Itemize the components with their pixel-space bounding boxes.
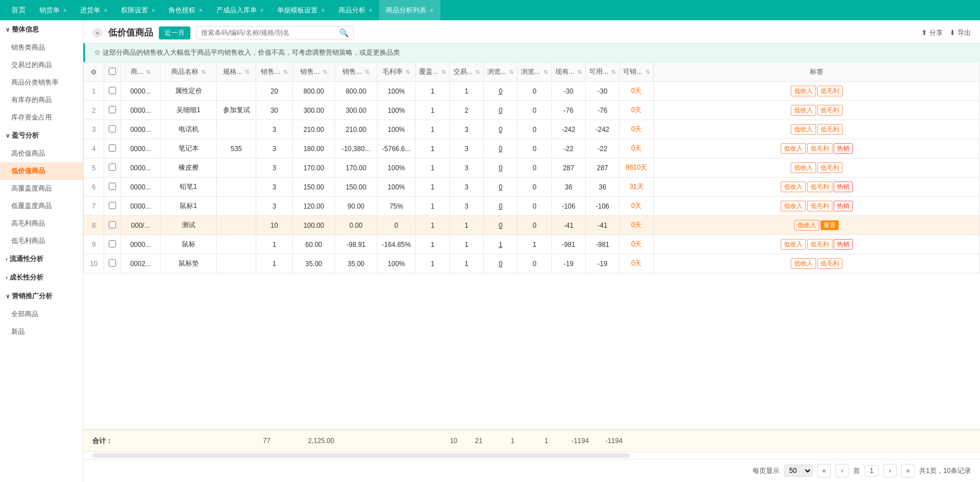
close-permissions[interactable]: × <box>152 7 155 14</box>
nav-template-settings[interactable]: 单据模板设置 × <box>270 0 331 20</box>
view1-link[interactable]: 0 <box>498 164 502 172</box>
row-checkbox[interactable] <box>109 163 116 171</box>
nav-purchase-order[interactable]: 进货单 × <box>73 0 114 20</box>
row-checkbox[interactable] <box>109 87 116 94</box>
close-template-settings[interactable]: × <box>321 7 324 14</box>
sidebar-item-category-sales[interactable]: 商品分类销售率 <box>0 74 83 91</box>
col-sale-amount-header[interactable]: 销售... ⇅ <box>335 63 377 82</box>
row-view1[interactable]: 0 <box>484 101 518 120</box>
col-sale-qty-header[interactable]: 销售... ⇅ <box>256 63 293 82</box>
col-code-header[interactable]: 商... ⇅ <box>121 63 161 82</box>
sidebar-group-marketing[interactable]: ∨ 营销推广分析 <box>0 287 83 306</box>
row-view1[interactable]: 1 <box>484 235 518 254</box>
row-view1[interactable]: 0 <box>484 254 518 273</box>
row-checkbox[interactable] <box>109 259 116 267</box>
sidebar-item-traded-goods[interactable]: 交易过的商品 <box>0 56 83 74</box>
row-checkbox[interactable] <box>109 125 116 132</box>
share-button[interactable]: ⬆ 分享 <box>921 28 943 38</box>
per-page-select[interactable]: 50 100 200 <box>784 465 813 477</box>
export-button[interactable]: ⬇ 导出 <box>950 28 971 38</box>
col-margin-header[interactable]: 毛利率 ⇅ <box>377 63 416 82</box>
close-sales-order[interactable]: × <box>63 7 66 14</box>
col-settings[interactable]: ⚙ <box>84 63 104 82</box>
view1-link[interactable]: 0 <box>498 202 502 210</box>
row-checkbox[interactable] <box>109 221 116 228</box>
row-checkbox[interactable] <box>109 202 116 209</box>
nav-goods-analysis[interactable]: 商品分析 × <box>332 0 379 20</box>
row-checkbox[interactable] <box>109 183 116 190</box>
col-cover-header[interactable]: 覆盖... ⇅ <box>416 63 449 82</box>
row-checkbox[interactable] <box>109 106 116 113</box>
row-checkbox-cell[interactable] <box>104 254 121 273</box>
nav-permissions[interactable]: 权限设置 × <box>114 0 162 20</box>
view1-link[interactable]: 1 <box>498 241 502 249</box>
nav-goods-analysis-list[interactable]: 商品分析列表 × <box>379 0 440 20</box>
close-role-auth[interactable]: × <box>199 7 202 14</box>
sidebar-item-high-value[interactable]: 高价值商品 <box>0 145 83 162</box>
nav-sales-order[interactable]: 销货单 × <box>33 0 73 20</box>
sidebar-item-capital[interactable]: 库存资金占用 <box>0 109 83 126</box>
nav-home[interactable]: 首页 <box>5 0 33 20</box>
col-check[interactable] <box>104 63 121 82</box>
sidebar-item-low-coverage[interactable]: 低覆盖度商品 <box>0 197 83 215</box>
col-spec-header[interactable]: 规格... ⇅ <box>217 63 256 82</box>
period-button[interactable]: 近一月 <box>159 26 190 39</box>
row-view1[interactable]: 0 <box>484 82 518 101</box>
collapse-sidebar-button[interactable]: « <box>92 28 103 38</box>
col-name-header[interactable]: 商品名称 ⇅ <box>161 63 217 82</box>
close-purchase-order[interactable]: × <box>104 7 107 14</box>
last-page-button[interactable]: » <box>901 464 915 477</box>
row-view1[interactable]: 0 <box>484 158 518 178</box>
sidebar-group-overall[interactable]: ∨ 整体信息 <box>0 20 83 39</box>
view1-link[interactable]: 0 <box>498 145 502 153</box>
row-checkbox-cell[interactable] <box>104 197 121 216</box>
sidebar-group-growth[interactable]: › 成长性分析 <box>0 268 83 287</box>
view1-link[interactable]: 0 <box>498 126 502 134</box>
col-trade-header[interactable]: 交易... ⇅ <box>449 63 483 82</box>
row-checkbox-cell[interactable] <box>104 178 121 197</box>
sidebar-item-low-margin[interactable]: 低毛利商品 <box>0 232 83 250</box>
view1-link[interactable]: 0 <box>498 183 502 191</box>
prev-page-button[interactable]: ‹ <box>835 464 849 477</box>
col-stock3-header[interactable]: 可销... ⇅ <box>620 63 653 82</box>
row-checkbox-cell[interactable] <box>104 158 121 178</box>
sidebar-item-high-margin[interactable]: 高毛利商品 <box>0 215 83 232</box>
view1-link[interactable]: 0 <box>498 260 502 268</box>
sidebar-item-low-value[interactable]: 低价值商品 <box>0 162 83 180</box>
close-goods-analysis[interactable]: × <box>369 7 372 14</box>
next-page-button[interactable]: › <box>883 464 897 477</box>
view1-link[interactable]: 0 <box>498 87 502 95</box>
sidebar-item-new-goods[interactable]: 新品 <box>0 323 83 341</box>
view1-link[interactable]: 0 <box>498 107 502 114</box>
close-goods-analysis-list[interactable]: × <box>430 7 433 14</box>
row-checkbox-cell[interactable] <box>104 216 121 235</box>
nav-product-warehouse[interactable]: 产成品入库单 × <box>210 0 270 20</box>
close-product-warehouse[interactable]: × <box>260 7 264 14</box>
sidebar-group-profit[interactable]: ∨ 盈亏分析 <box>0 126 83 145</box>
sidebar-item-all-goods[interactable]: 全部商品 <box>0 306 83 323</box>
row-view1[interactable]: 0 <box>484 120 518 139</box>
col-sale-price-header[interactable]: 销售... ⇅ <box>293 63 335 82</box>
row-checkbox-cell[interactable] <box>104 235 121 254</box>
sidebar-item-in-stock[interactable]: 有库存的商品 <box>0 91 83 109</box>
row-checkbox-cell[interactable] <box>104 82 121 101</box>
col-view1-header[interactable]: 浏览... ⇅ <box>484 63 518 82</box>
col-view2-header[interactable]: 浏览... ⇅ <box>518 63 551 82</box>
view1-link[interactable]: 0 <box>498 222 502 229</box>
row-view1[interactable]: 0 <box>484 178 518 197</box>
select-all-checkbox[interactable] <box>109 68 116 75</box>
row-view1[interactable]: 0 <box>484 139 518 158</box>
col-stock1-header[interactable]: 现有... ⇅ <box>551 63 585 82</box>
row-checkbox-cell[interactable] <box>104 120 121 139</box>
row-view1[interactable]: 0 <box>484 216 518 235</box>
row-checkbox-cell[interactable] <box>104 101 121 120</box>
search-icon[interactable]: 🔍 <box>339 28 349 37</box>
sidebar-group-circulation[interactable]: › 流通性分析 <box>0 250 83 268</box>
first-page-button[interactable]: « <box>817 464 831 477</box>
nav-role-auth[interactable]: 角色授权 × <box>162 0 209 20</box>
col-stock2-header[interactable]: 可用... ⇅ <box>586 63 620 82</box>
row-checkbox-cell[interactable] <box>104 139 121 158</box>
sidebar-item-sales-goods[interactable]: 销售类商品 <box>0 39 83 56</box>
row-checkbox[interactable] <box>109 144 116 152</box>
row-view1[interactable]: 0 <box>484 197 518 216</box>
